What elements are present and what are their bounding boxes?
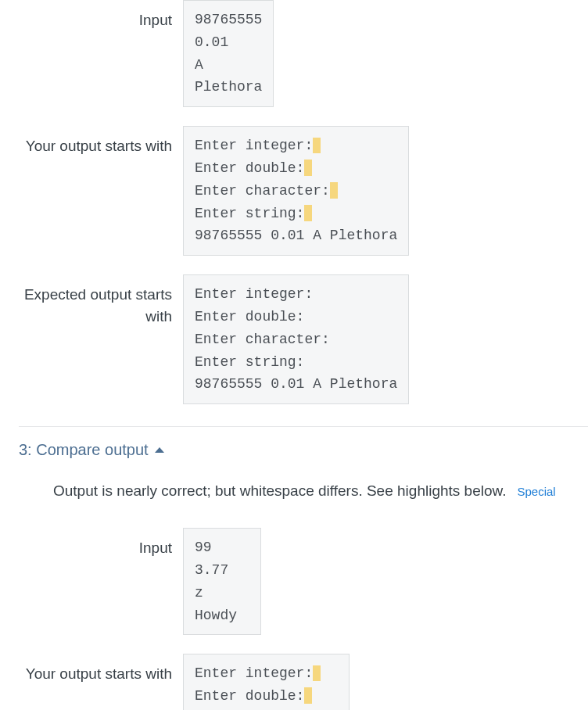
input-label-1: Input [19, 0, 183, 31]
input-row-2: Input 993.77zHowdy [19, 528, 588, 635]
section-3-title: 3: Compare output [19, 441, 149, 459]
code-line: Plethora [195, 76, 262, 99]
your-output-label-1: Your output starts with [19, 126, 183, 157]
your-output-label-2: Your output starts with [19, 654, 183, 685]
code-line: 99 [195, 536, 249, 559]
input-code-2: 993.77zHowdy [183, 528, 261, 635]
code-line: Enter string: [195, 351, 397, 374]
code-line: 98765555 [195, 9, 262, 31]
code-line: Enter double: [195, 306, 397, 328]
whitespace-highlight [304, 205, 312, 221]
whitespace-highlight [313, 665, 321, 682]
expected-output-label-1: Expected output starts with [19, 274, 183, 327]
section-3-message-row: Output is nearly correct; but whitespace… [53, 482, 588, 500]
code-line: z [195, 582, 249, 604]
code-line: 0.01 [195, 31, 262, 54]
section-3-header[interactable]: 3: Compare output [19, 441, 588, 459]
code-line: Enter character: [195, 328, 397, 351]
section-divider [19, 426, 588, 427]
whitespace-highlight [304, 687, 312, 704]
whitespace-highlight [330, 182, 338, 199]
code-line: 98765555 0.01 A Plethora [195, 373, 397, 396]
code-line: Enter integer: [195, 283, 397, 306]
your-output-row-1: Your output starts with Enter integer:En… [19, 126, 588, 256]
your-output-code-1: Enter integer:Enter double:Enter charact… [183, 126, 409, 256]
code-line: Enter integer: [195, 662, 338, 685]
section-3-message: Output is nearly correct; but whitespace… [53, 482, 506, 500]
code-line: 3.77 [195, 559, 249, 582]
code-line: A [195, 54, 262, 77]
input-code-1: 987655550.01APlethora [183, 0, 274, 107]
code-line: Enter character: [195, 180, 397, 203]
input-label-2: Input [19, 528, 183, 559]
expected-output-code-1: Enter integer:Enter double:Enter charact… [183, 274, 409, 404]
chevron-up-icon [155, 447, 164, 453]
whitespace-highlight [313, 138, 321, 154]
code-line: Enter string: [195, 203, 397, 225]
code-line: Enter integer: [195, 134, 397, 157]
code-line: Enter double: [195, 157, 397, 180]
whitespace-highlight [304, 160, 312, 176]
code-line: Enter double: [195, 685, 338, 708]
code-line: 98765555 0.01 A Plethora [195, 224, 397, 247]
special-link[interactable]: Special [517, 485, 555, 498]
your-output-row-2: Your output starts with Enter integer:En… [19, 654, 588, 710]
your-output-code-2: Enter integer:Enter double:Enter charact… [183, 654, 350, 710]
expected-output-row-1: Expected output starts with Enter intege… [19, 274, 588, 404]
input-row-1: Input 987655550.01APlethora [19, 0, 588, 107]
code-line: Howdy [195, 604, 249, 627]
